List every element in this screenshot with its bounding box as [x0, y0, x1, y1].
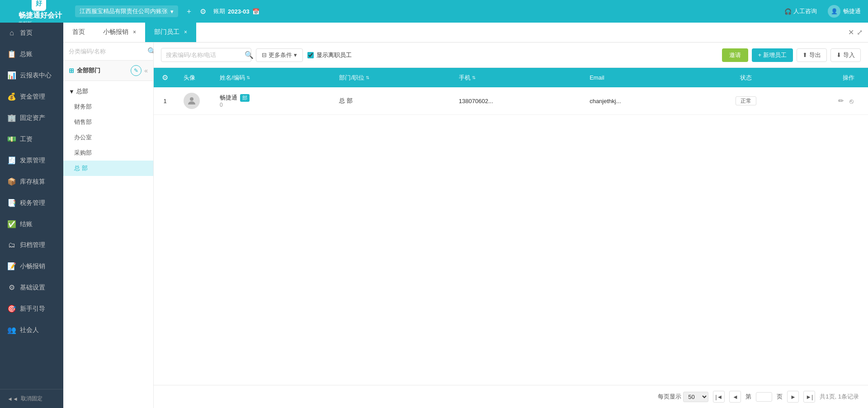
sort-name[interactable]: 姓名/编码 ⇅ — [220, 74, 250, 82]
logout-icon[interactable]: ⎋ — [849, 97, 854, 105]
col-name[interactable]: 姓名/编码 ⇅ — [212, 68, 332, 87]
sidebar-label-closing: 结账 — [20, 220, 33, 228]
edit-icon[interactable]: ✏ — [838, 97, 844, 105]
page-first-btn[interactable]: |◄ — [713, 391, 725, 403]
sidebar-item-capital[interactable]: 💰 资金管理 — [0, 86, 63, 107]
dept-header: ⊞ 全部部门 ✎ « — [63, 61, 153, 81]
sidebar-item-tax[interactable]: 📑 税务管理 — [0, 192, 63, 213]
row-phone: 138070602... — [452, 87, 582, 115]
employee-search-input[interactable] — [166, 52, 242, 58]
sidebar-item-assets[interactable]: 🏢 固定资产 — [0, 107, 63, 128]
sidebar-item-basic-settings[interactable]: ⚙ 基础设置 — [0, 277, 63, 298]
sort-dept[interactable]: 部门/职位 ⇅ — [339, 74, 369, 82]
sort-phone[interactable]: 手机 ⇅ — [459, 74, 476, 82]
page-next-btn[interactable]: ► — [787, 391, 799, 403]
sidebar-item-guide[interactable]: 🎯 新手引导 — [0, 298, 63, 319]
settings-icon[interactable]: ⚙ — [200, 7, 206, 16]
dept-group-label: 总部 — [76, 87, 88, 95]
company-selector[interactable]: 江西服宝精品有限责任公司内账张 ▾ — [75, 5, 178, 17]
tab-dept-employee[interactable]: 部门员工 × — [145, 23, 196, 42]
dept-search-bar: 🔍 — [63, 43, 153, 61]
dept-caigou[interactable]: 采购部 — [63, 145, 153, 161]
dept-bangongshi-label: 办公室 — [74, 134, 92, 141]
sidebar-item-expense[interactable]: 📝 小畅报销 — [0, 256, 63, 277]
export-btn[interactable]: ⬆ 导出 — [797, 48, 827, 62]
dept-xiaoshou[interactable]: 销售部 — [63, 114, 153, 130]
page-size-dropdown[interactable]: 50 100 200 — [683, 392, 708, 402]
tab-home[interactable]: 首页 — [63, 23, 94, 42]
sidebar-item-salary[interactable]: 💵 工资 — [0, 128, 63, 150]
add-employee-btn[interactable]: + 新增员工 — [752, 48, 793, 62]
invoice-icon: 🧾 — [7, 156, 16, 165]
show-resigned-checkbox[interactable] — [307, 52, 314, 58]
page-last-btn[interactable]: ►| — [803, 391, 815, 403]
import-label: 导入 — [843, 51, 855, 59]
ai-consult-btn[interactable]: 🎧 人工咨询 — [781, 5, 821, 17]
calendar-icon[interactable]: 📅 — [252, 8, 259, 15]
dept-caiwu[interactable]: 财务部 — [63, 99, 153, 114]
col-dept[interactable]: 部门/职位 ⇅ — [332, 68, 451, 87]
logo-icon: 好 — [32, 0, 46, 11]
capital-icon: 💰 — [7, 92, 16, 101]
dept-all-label[interactable]: ⊞ 全部部门 — [69, 66, 100, 75]
page-input[interactable]: 1 — [756, 392, 772, 402]
basic-settings-icon: ⚙ — [7, 283, 16, 292]
sidebar-label-capital: 资金管理 — [20, 93, 45, 101]
row-status: 正常 — [705, 87, 787, 115]
inventory-icon: 📦 — [7, 177, 16, 186]
search-icon[interactable]: 🔍 — [245, 51, 254, 59]
sidebar-item-archive[interactable]: 🗂 归档管理 — [0, 235, 63, 256]
dept-edit-btn[interactable]: ✎ — [131, 65, 142, 76]
sidebar-item-ledger[interactable]: 📋 总账 — [0, 43, 63, 65]
pin-icon: ◄◄ — [7, 396, 18, 402]
period-value: 2023-03 — [228, 8, 250, 15]
company-name: 江西服宝精品有限责任公司内账张 — [80, 7, 168, 15]
tab-expand-action[interactable]: ⤢ — [857, 28, 863, 37]
arrow-down-icon: ▼ — [69, 88, 75, 95]
tab-close-action[interactable]: ✕ — [848, 28, 854, 37]
dept-zongbu-active[interactable]: 总 部 — [63, 161, 153, 176]
dept-bangongshi[interactable]: 办公室 — [63, 130, 153, 145]
user-name: 畅捷通 — [843, 7, 861, 15]
dept-search-input[interactable] — [69, 48, 145, 55]
dept-caiwu-label: 财务部 — [74, 103, 92, 110]
row-actions: ✏ ⎋ — [787, 87, 868, 115]
tab-expense-close[interactable]: × — [133, 29, 136, 35]
dept-search-icon[interactable]: 🔍 — [147, 47, 154, 56]
assets-icon: 🏢 — [7, 114, 16, 122]
table-settings-icon[interactable]: ⚙ — [162, 74, 168, 81]
sidebar-item-social[interactable]: 👥 社会人 — [0, 319, 63, 341]
col-phone[interactable]: 手机 ⇅ — [452, 68, 582, 87]
page-di-word: 第 — [745, 393, 751, 401]
closing-icon: ✅ — [7, 220, 16, 228]
filter-btn[interactable]: ⊟ 更多条件 ▾ — [256, 48, 303, 62]
sidebar-item-home[interactable]: ⌂ 首页 — [0, 23, 63, 43]
sidebar-item-inventory[interactable]: 📦 库存核算 — [0, 171, 63, 192]
tab-dept-close[interactable]: × — [184, 29, 187, 35]
period-label: 账期 — [213, 7, 225, 15]
row-avatar — [176, 87, 212, 115]
sidebar-item-invoice[interactable]: 🧾 发票管理 — [0, 150, 63, 171]
sidebar-item-reports[interactable]: 📊 云报表中心 — [0, 65, 63, 86]
import-btn[interactable]: ⬇ 导入 — [830, 48, 861, 62]
row-dept: 总 部 — [332, 87, 451, 115]
dept-group-zongbu[interactable]: ▼ 总部 — [63, 84, 153, 99]
col-status: 状态 — [705, 68, 787, 87]
app-title: 畅捷通好会计 — [19, 11, 62, 20]
invite-btn[interactable]: 邀请 — [722, 48, 748, 62]
tab-expense[interactable]: 小畅报销 × — [94, 23, 145, 42]
sidebar: ⌂ 首页 📋 总账 📊 云报表中心 💰 资金管理 🏢 固定资产 💵 工资 🧾 发… — [0, 23, 63, 408]
add-icon[interactable]: ＋ — [185, 7, 193, 16]
show-resigned-label[interactable]: 显示离职员工 — [307, 51, 352, 59]
sidebar-label-basic-settings: 基础设置 — [20, 284, 45, 292]
sidebar-label-assets: 固定资产 — [20, 114, 45, 122]
dept-collapse-btn[interactable]: « — [144, 67, 148, 74]
page-prev-btn[interactable]: ◄ — [729, 391, 741, 403]
filter-icon: ⊟ — [262, 52, 267, 58]
employee-toolbar: 🔍 ⊟ 更多条件 ▾ 显示离职员工 邀请 — [154, 43, 868, 68]
pin-toggle-btn[interactable]: ◄◄ 取消固定 — [0, 389, 63, 408]
sidebar-item-closing[interactable]: ✅ 结账 — [0, 213, 63, 235]
content-area: 首页 小畅报销 × 部门员工 × ✕ ⤢ 🔍 — [63, 23, 868, 408]
dept-tree: ▼ 总部 财务部 销售部 办公室 采购部 — [63, 81, 153, 408]
row-name-cell: 畅捷通 部 0 — [212, 87, 332, 115]
